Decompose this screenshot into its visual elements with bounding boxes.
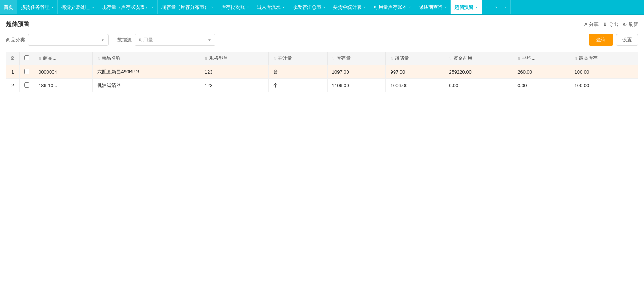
col-header-code: ⇅ 商品... (34, 52, 93, 65)
col-header-checkbox (20, 52, 34, 65)
nav-close-inout-flow[interactable]: × (282, 5, 285, 10)
filter-category: 商品分类 ▼ (6, 34, 109, 46)
query-button[interactable]: 查询 (589, 34, 613, 46)
nav-arrow-more[interactable]: › (501, 0, 511, 14)
col-header-capital: ⇅ 资金占用 (444, 52, 513, 65)
datasource-label: 数据源 (117, 37, 132, 43)
col-label-max: 最高库存 (579, 55, 598, 62)
header-actions: ↗ 分享 ⇓ 导出 ↻ 刷新 (583, 21, 638, 28)
nav-item-abnormal[interactable]: 拣货异常处理 × (58, 0, 98, 14)
refresh-button[interactable]: ↻ 刷新 (623, 21, 638, 28)
nav-label-abnormal: 拣货异常处理 (61, 4, 90, 11)
nav-label-available: 可用量库存账本 (374, 4, 407, 11)
nav-close-req-stats[interactable]: × (363, 5, 366, 10)
col-label-spec: 规格型号 (209, 55, 228, 62)
nav-close-collect-send[interactable]: × (323, 5, 325, 10)
row-code-1: 186-10... (34, 79, 93, 92)
nav-label-quality: 保质期查询 (419, 4, 443, 11)
row-checkbox-0[interactable] (24, 69, 29, 74)
category-label: 商品分类 (6, 37, 25, 43)
nav-close-available[interactable]: × (409, 5, 411, 10)
nav-item-batch[interactable]: 库存批次账 × (217, 0, 253, 14)
nav-item-home[interactable]: 首页 (0, 0, 17, 14)
nav-item-quality[interactable]: 保质期查询 × (415, 0, 451, 14)
category-dropdown-icon: ▼ (101, 38, 105, 42)
row-capital-0: 259220.00 (444, 65, 513, 79)
row-capital-1: 0.00 (444, 79, 513, 92)
data-table: ⚙ ⇅ 商品... ⇅ 商品名称 (6, 52, 638, 92)
nav-close-stock-dist[interactable]: × (211, 5, 213, 10)
table-body: 1 0000004 六配套新昌490BPG 123 套 1097.00 997.… (6, 65, 638, 92)
share-button[interactable]: ↗ 分享 (583, 21, 599, 28)
settings-button[interactable]: 设置 (616, 34, 638, 46)
col-label-overstock: 超储量 (395, 55, 409, 62)
nav-arrow-right[interactable]: › (491, 0, 501, 14)
nav-close-overstock[interactable]: × (475, 5, 477, 10)
nav-close-abnormal[interactable]: × (92, 5, 94, 10)
col-label-capital: 资金占用 (453, 55, 472, 62)
col-header-unit-sort-icon[interactable]: ⇅ (273, 56, 276, 60)
table-header-row: ⚙ ⇅ 商品... ⇅ 商品名称 (6, 52, 638, 65)
row-name-1: 机油滤清器 (93, 79, 200, 92)
col-header-stock-sort-icon[interactable]: ⇅ (332, 56, 335, 60)
row-overstock-0: 997.00 (386, 65, 444, 79)
select-all-checkbox[interactable] (24, 55, 29, 60)
row-name-0: 六配套新昌490BPG (93, 65, 200, 79)
refresh-icon: ↻ (623, 22, 627, 27)
col-label-code: 商品... (43, 55, 56, 62)
top-navigation: 首页 拣货任务管理 × 拣货异常处理 × 现存量（库存状况表） × 现存量（库存… (0, 0, 644, 15)
nav-item-collect-send[interactable]: 收发存汇总表 × (289, 0, 329, 14)
nav-close-quality[interactable]: × (444, 5, 447, 10)
row-spec-1: 123 (200, 79, 268, 92)
row-avg-1: 0.00 (513, 79, 570, 92)
col-header-overstock: ⇅ 超储量 (386, 52, 444, 65)
row-unit-0: 套 (268, 65, 327, 79)
export-button[interactable]: ⇓ 导出 (603, 21, 618, 28)
col-label-unit: 主计量 (278, 55, 292, 62)
row-num-1: 2 (6, 79, 20, 92)
col-header-gear: ⚙ (6, 52, 20, 65)
nav-item-overstock[interactable]: 超储预警 × (451, 0, 482, 14)
nav-close-task-mgmt[interactable]: × (51, 5, 54, 10)
gear-icon[interactable]: ⚙ (10, 55, 15, 61)
nav-label-inout-flow: 出入库流水 (257, 4, 281, 11)
nav-close-stock-status[interactable]: × (151, 5, 154, 10)
export-label: 导出 (609, 21, 618, 28)
col-header-spec: ⇅ 规格型号 (200, 52, 268, 65)
nav-label-collect-send: 收发存汇总表 (293, 4, 321, 11)
nav-arrow-left[interactable]: ‹ (482, 0, 491, 14)
col-header-code-sort-icon[interactable]: ⇅ (39, 56, 41, 60)
col-header-unit: ⇅ 主计量 (268, 52, 327, 65)
col-label-name: 商品名称 (102, 55, 121, 62)
share-label: 分享 (589, 21, 599, 28)
col-header-avg: ⇅ 平均... (513, 52, 570, 65)
datasource-select[interactable]: 可用量 ▼ (135, 34, 215, 46)
nav-item-available[interactable]: 可用量库存账本 × (370, 0, 415, 14)
nav-label-home: 首页 (4, 4, 13, 11)
page-title: 超储预警 (6, 21, 29, 28)
export-icon: ⇓ (603, 22, 607, 27)
row-num-0: 1 (6, 65, 20, 79)
col-header-max-sort-icon[interactable]: ⇅ (574, 56, 577, 60)
row-checkbox-1[interactable] (24, 82, 29, 88)
nav-item-stock-status[interactable]: 现存量（库存状况表） × (98, 0, 158, 14)
col-header-name-sort-icon[interactable]: ⇅ (97, 56, 100, 60)
nav-item-req-stats[interactable]: 要货单统计表 × (329, 0, 370, 14)
nav-close-batch[interactable]: × (247, 5, 249, 10)
filter-row: 商品分类 ▼ 数据源 可用量 ▼ 查询 设置 (6, 34, 638, 46)
category-select[interactable]: ▼ (28, 34, 109, 46)
col-header-capital-sort-icon[interactable]: ⇅ (449, 56, 452, 60)
action-buttons: 查询 设置 (589, 34, 638, 46)
nav-item-task-mgmt[interactable]: 拣货任务管理 × (17, 0, 58, 14)
datasource-select-value: 可用量 (139, 37, 153, 43)
row-max-1: 100.00 (570, 79, 638, 92)
col-header-overstock-sort-icon[interactable]: ⇅ (390, 56, 393, 60)
row-unit-1: 个 (268, 79, 327, 92)
col-header-max: ⇅ 最高库存 (570, 52, 638, 65)
col-header-spec-sort-icon[interactable]: ⇅ (205, 56, 208, 60)
nav-item-inout-flow[interactable]: 出入库流水 × (253, 0, 289, 14)
col-header-avg-sort-icon[interactable]: ⇅ (517, 56, 520, 60)
row-spec-0: 123 (200, 65, 268, 79)
nav-item-stock-dist[interactable]: 现存量（库存分布表） × (158, 0, 217, 14)
row-code-0: 0000004 (34, 65, 93, 79)
